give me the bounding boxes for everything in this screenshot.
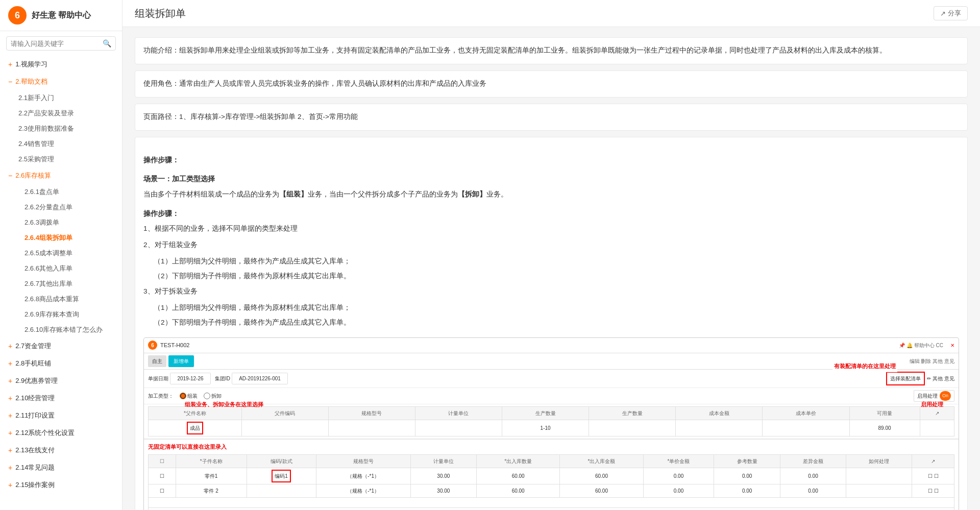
app-bar-id: TEST-H002 (160, 340, 189, 351)
sidebar-item-2-9[interactable]: + 2.9优惠券管理 (0, 372, 122, 390)
share-icon: ↗ (940, 10, 946, 17)
th-ops2: ↗ (912, 454, 954, 468)
operations-title: 操作步骤： (143, 154, 959, 167)
sidebar-item-2-6-3[interactable]: 2.6.3调拨单 (0, 215, 122, 230)
scene1-title: 场景一：加工类型选择 (143, 173, 959, 186)
sidebar-item-2-6-1[interactable]: 2.6.1盘点单 (0, 184, 122, 200)
expand-icon: + (8, 394, 12, 402)
breadcrumb-block: 页面路径：1、库存核算->库存管理->组装拆卸单 2、首页->常用功能 (135, 104, 968, 131)
td-cb4: ☐ (149, 484, 176, 497)
share-label: 分享 (948, 9, 961, 18)
sidebar-item-label: 2.9优惠券管理 (15, 376, 58, 385)
th-ziname: *子件名称 (176, 454, 247, 468)
sidebar-item-2-6-6[interactable]: 2.6.6其他入库单 (0, 261, 122, 276)
table-row-empty-3 (149, 497, 954, 507)
td-name: 成品 (149, 420, 242, 436)
sidebar-item-2-6-4[interactable]: 2.6.4组装拆卸单 (0, 230, 122, 246)
sidebar-item-label: 2.10经营管理 (15, 394, 55, 403)
expand-icon: + (8, 342, 12, 350)
sidebar-item-label: 2.13在线支付 (15, 446, 55, 455)
sidebar-item-2-6-9[interactable]: 2.6.9库存账本查询 (0, 307, 122, 322)
form-field-guding: 选择装配清单 ✏ 其他 意见 (886, 372, 954, 385)
th-chengben: 成本金额 (676, 406, 763, 420)
sidebar-item-2-12[interactable]: + 2.12系统个性化设置 (0, 424, 122, 442)
sidebar-item-2-7[interactable]: + 2.7资金管理 (0, 337, 122, 355)
role-text: 使用角色：通常由生产人员或库管人员完成拆装业务的操作，库管人员确认原材料的出库和… (143, 80, 486, 87)
sidebar-item-2-6-5[interactable]: 2.6.5成本调整单 (0, 246, 122, 261)
radio-label: 加工类型： (148, 391, 174, 401)
td-rh4 (846, 484, 912, 497)
sidebar-item-2-11[interactable]: + 2.11打印设置 (0, 407, 122, 424)
edit-icon: ✏ 其他 意见 (927, 374, 954, 383)
input-zijian[interactable]: 编码1 (272, 470, 291, 482)
sidebar-item-2-6-7[interactable]: 2.6.7其他出库单 (0, 276, 122, 292)
th-guige: 规格型号 (328, 406, 415, 420)
form-row-radio: 加工类型： 组装 拆卸 组装业务、拆卸业务在这里选择 启用处 (144, 388, 959, 404)
sidebar-item-label: 2.7资金管理 (15, 342, 51, 351)
table-row: ☐ 零件 2 （规格（-*1） 30.00 60.00 60.00 0.00 0… (149, 484, 954, 497)
empty-row-3 (149, 497, 954, 507)
app-logo: 6 (148, 341, 157, 350)
td-ky: 89.00 (849, 420, 920, 436)
intro-block: 功能介绍：组装拆卸单用来处理企业组装或拆卸等加工业务，支持有固定装配清单的产品加… (135, 37, 968, 64)
sidebar-item-2-10[interactable]: + 2.10经营管理 (0, 390, 122, 407)
td-gg4: （规格（-*1） (316, 484, 410, 497)
sidebar-item-2-8[interactable]: + 2.8手机旺铺 (0, 355, 122, 372)
sidebar-item-label: 1.视频学习 (15, 60, 47, 69)
input-fujian[interactable]: 成品 (187, 422, 203, 434)
sidebar-item-docs[interactable]: − 2.帮助文档 (0, 73, 122, 90)
search-box[interactable]: 🔍 (6, 36, 116, 51)
intro-text: 功能介绍：组装拆卸单用来处理企业组装或拆卸等加工业务，支持有固定装配清单的产品加… (143, 46, 887, 54)
td-op4: ☐ ☐ (912, 484, 954, 497)
sidebar-item-2-13[interactable]: + 2.13在线支付 (0, 442, 122, 459)
sidebar-item-2-6[interactable]: − 2.6库存核算 (0, 167, 122, 184)
sidebar: 6 好生意 帮助中心 🔍 + 1.视频学习 − 2.帮助文档 2.1新手入门 2… (0, 0, 122, 510)
expand-icon: + (8, 429, 12, 437)
expand-icon: + (8, 359, 12, 368)
sidebar-item-2-1[interactable]: 2.1新手入门 (0, 90, 122, 106)
td-zn4: 零件 2 (176, 484, 247, 497)
step3-sub2: （2）下部明细为子件明细，最终作为产成品生成其它入库单。 (143, 316, 959, 329)
td-dj4: 0.00 (643, 484, 714, 497)
sidebar-item-videos[interactable]: + 1.视频学习 (0, 56, 122, 73)
collapse-icon-2-6: − (8, 172, 12, 180)
td-bm (241, 420, 328, 436)
td-je4: 60.00 (560, 484, 643, 497)
table-row-empty-4 (149, 507, 954, 510)
sidebar-item-2-4[interactable]: 2.4销售管理 (0, 136, 122, 152)
nav-list: + 1.视频学习 − 2.帮助文档 2.1新手入门 2.2产品安装及登录 2.3… (0, 56, 122, 510)
app-topbar: 6 TEST-H002 📌 🔔 帮助中心 CC ✕ (144, 338, 959, 353)
search-icon[interactable]: 🔍 (103, 39, 111, 47)
sidebar-item-2-2[interactable]: 2.2产品安装及登录 (0, 106, 122, 121)
td-bm1: 编码1 (247, 468, 316, 484)
th-dj: *单价金额 (643, 454, 714, 468)
date-label: 单据日期 (148, 374, 168, 383)
sidebar-item-2-15[interactable]: + 2.15操作案例 (0, 476, 122, 494)
expand-icon: + (8, 446, 12, 454)
steps-title: 操作步骤： (143, 207, 959, 221)
th-jiliang: 计量单位 (415, 406, 502, 420)
form-field-id: 集团ID AD-20191226-001 (215, 373, 288, 384)
search-input[interactable] (11, 40, 103, 47)
sidebar-item-2-6-10[interactable]: 2.6.10库存账本错了怎么办 (0, 322, 122, 337)
upper-table-section: *父件名称 父件编码 规格型号 计量单位 生产数量 生产数量 成本金额 成本单价… (144, 404, 959, 439)
th-gg2: 规格型号 (316, 454, 410, 468)
step1: 1、根据不同的业务，选择不同单据的类型来处理 (143, 222, 959, 235)
guding-btn[interactable]: 选择装配清单 (886, 372, 925, 385)
sidebar-item-2-5[interactable]: 2.5采购管理 (0, 152, 122, 167)
sidebar-item-2-6-2[interactable]: 2.6.2分量盘点单 (0, 200, 122, 215)
step2-sub2: （2）下部明细为子件明细，最终作为原材料生成其它出库单。 (143, 270, 959, 283)
tab-zizhu[interactable]: 自主 (148, 355, 166, 367)
share-button[interactable]: ↗ 分享 (934, 6, 968, 20)
sidebar-item-2-14[interactable]: + 2.14常见问题 (0, 459, 122, 476)
main-content: 组装拆卸单 ↗ 分享 功能介绍：组装拆卸单用来处理企业组装或拆卸等加工业务，支持… (122, 0, 980, 510)
sidebar-item-2-6-8[interactable]: 2.6.8商品成本重算 (0, 292, 122, 307)
app-right-icons: 编辑 删除 其他 意见 (910, 356, 954, 366)
topbar: 组装拆卸单 ↗ 分享 (122, 0, 980, 27)
app-screenshot: 6 TEST-H002 📌 🔔 帮助中心 CC ✕ 自主 新增单 编辑 删除 其… (144, 338, 959, 510)
th-cyje: 差异金额 (780, 454, 846, 468)
th-cbdj: 成本单价 (763, 406, 849, 420)
tab-xinzeng[interactable]: 新增单 (168, 355, 194, 367)
sidebar-item-2-3[interactable]: 2.3使用前数据准备 (0, 121, 122, 136)
td-sl3: 60.00 (477, 468, 560, 484)
